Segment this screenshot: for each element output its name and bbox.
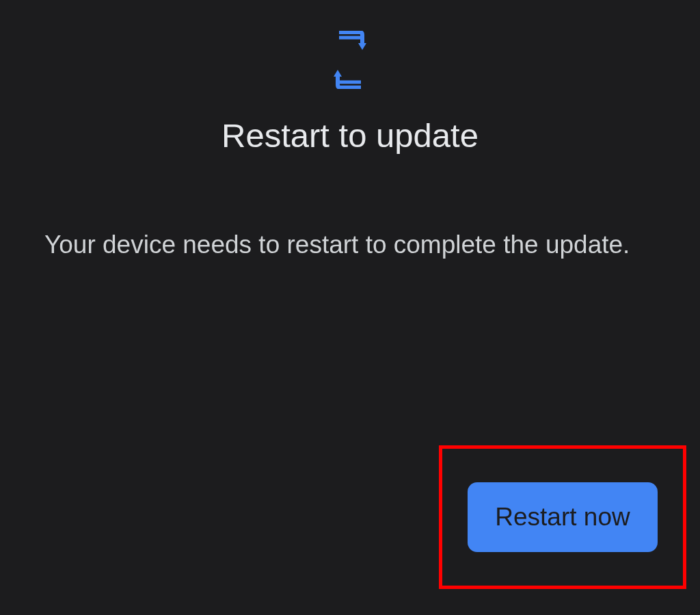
- page-title: Restart to update: [221, 116, 479, 155]
- restart-now-button[interactable]: Restart now: [468, 482, 657, 552]
- update-description: Your device needs to restart to complete…: [44, 226, 656, 264]
- update-phone-icon: [329, 31, 371, 89]
- highlight-annotation: Restart now: [439, 445, 686, 589]
